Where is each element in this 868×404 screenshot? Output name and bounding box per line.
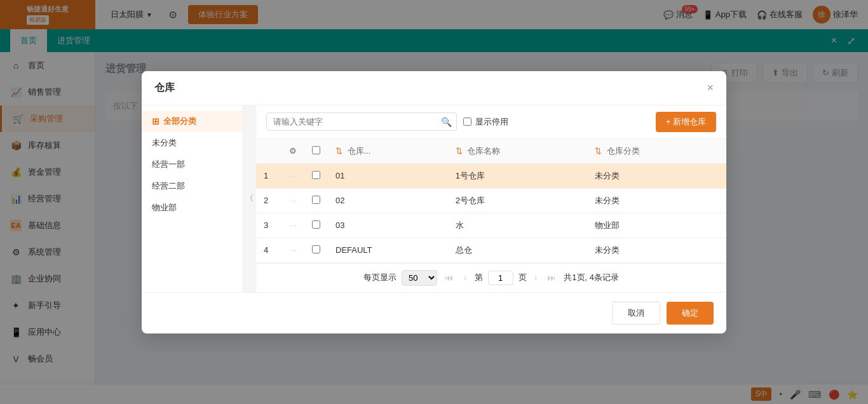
cat-item-all[interactable]: ⊞ 全部分类 — [142, 111, 243, 132]
first-page-button[interactable]: ⏮ — [442, 271, 456, 284]
next-page-button[interactable]: › — [532, 271, 540, 284]
col-checkbox-header: ⚙ — [281, 139, 304, 164]
page-summary: 共1页, 4条记录 — [564, 272, 619, 283]
row-name: 1号仓库 — [448, 163, 587, 188]
page-size-label: 每页显示 — [363, 272, 397, 283]
last-page-button[interactable]: ⏭ — [545, 271, 559, 284]
row-num: 1 — [256, 163, 281, 188]
row-num: 3 — [256, 213, 281, 238]
unclassified-label: 未分类 — [152, 137, 177, 149]
search-icon[interactable]: 🔍 — [441, 117, 452, 127]
all-categories-label: 全部分类 — [163, 116, 196, 127]
row-settings[interactable]: ··· — [281, 188, 304, 213]
modal-header: 仓库 × — [142, 71, 726, 105]
row-category: 物业部 — [587, 213, 726, 238]
add-warehouse-button[interactable]: + 新增仓库 — [656, 112, 716, 132]
prev-page-button[interactable]: ‹ — [461, 271, 470, 284]
row-checkbox[interactable] — [304, 238, 328, 262]
modal-close-button[interactable]: × — [707, 82, 714, 93]
row-code: 02 — [328, 188, 448, 213]
table-scroll: ⚙ ⇅ 仓库... ⇅ — [256, 139, 726, 263]
col-code-label: 仓库... — [348, 146, 371, 156]
row-category: 未分类 — [587, 188, 726, 213]
modal-overlay: 仓库 × ⊞ 全部分类 未分类 经营一部 经营二部 — [0, 0, 868, 404]
table-toolbar: 🔍 显示停用 + 新增仓库 — [256, 105, 726, 139]
cancel-button[interactable]: 取消 — [612, 302, 660, 325]
table-row[interactable]: 3 ··· 03 水 物业部 — [256, 213, 726, 238]
row-code: 01 — [328, 163, 448, 188]
sort-icon-name: ⇅ — [456, 146, 463, 156]
row-settings[interactable]: ··· — [281, 238, 304, 262]
property-label: 物业部 — [152, 202, 177, 213]
col-cb — [304, 139, 328, 164]
cat-item-unclassified[interactable]: 未分类 — [142, 132, 243, 154]
row-category: 未分类 — [587, 163, 726, 188]
page-size-select[interactable]: 50 10 20 100 — [402, 270, 437, 286]
warehouse-table: ⚙ ⇅ 仓库... ⇅ — [256, 139, 726, 263]
select-all-checkbox[interactable] — [312, 146, 320, 154]
row-checkbox[interactable] — [304, 163, 328, 188]
show-disabled-wrap: 显示停用 — [463, 116, 508, 128]
table-area: 🔍 显示停用 + 新增仓库 — [256, 105, 726, 292]
row-code: DEFAULT — [328, 238, 448, 262]
col-category-label: 仓库分类 — [607, 146, 640, 156]
dept2-label: 经营二部 — [152, 180, 185, 192]
modal-body: ⊞ 全部分类 未分类 经营一部 经营二部 物业部 《 — [142, 105, 726, 292]
row-checkbox[interactable] — [304, 213, 328, 238]
search-wrap: 🔍 — [266, 112, 457, 131]
cat-item-dept1[interactable]: 经营一部 — [142, 154, 243, 175]
dept1-label: 经营一部 — [152, 159, 185, 170]
row-code: 03 — [328, 213, 448, 238]
search-input[interactable] — [266, 112, 457, 131]
table-header-row: ⚙ ⇅ 仓库... ⇅ — [256, 139, 726, 164]
warehouse-modal: 仓库 × ⊞ 全部分类 未分类 经营一部 经营二部 — [142, 71, 726, 333]
row-settings[interactable]: ··· — [281, 213, 304, 238]
row-num: 4 — [256, 238, 281, 262]
page-label: 页 — [519, 272, 527, 283]
settings-col-icon[interactable]: ⚙ — [289, 146, 297, 156]
row-name: 2号仓库 — [448, 188, 587, 213]
row-name: 水 — [448, 213, 587, 238]
table-row[interactable]: 2 ··· 02 2号仓库 未分类 — [256, 188, 726, 213]
row-name: 总仓 — [448, 238, 587, 262]
sort-icon-category: ⇅ — [595, 146, 602, 156]
table-row[interactable]: 1 ··· 01 1号仓库 未分类 — [256, 163, 726, 188]
col-name-label: 仓库名称 — [467, 146, 500, 156]
col-code-header[interactable]: ⇅ 仓库... — [328, 139, 448, 164]
category-sidebar: ⊞ 全部分类 未分类 经营一部 经营二部 物业部 — [142, 105, 243, 292]
row-checkbox[interactable] — [304, 188, 328, 213]
modal-title: 仓库 — [154, 81, 175, 95]
page-number-input[interactable] — [488, 271, 513, 285]
confirm-button[interactable]: 确定 — [667, 302, 714, 325]
row-settings[interactable]: ··· — [281, 163, 304, 188]
sort-icon-code: ⇅ — [336, 146, 342, 156]
show-disabled-label: 显示停用 — [475, 116, 508, 128]
collapse-icon: 《 — [246, 193, 254, 204]
row-num: 2 — [256, 188, 281, 213]
row-category: 未分类 — [587, 238, 726, 262]
all-categories-icon: ⊞ — [152, 116, 159, 126]
show-disabled-checkbox[interactable] — [463, 118, 471, 126]
pagination: 每页显示 50 10 20 100 ⏮ ‹ 第 页 › ⏭ 共1页, 4条记录 — [256, 263, 726, 292]
col-category-header[interactable]: ⇅ 仓库分类 — [587, 139, 726, 164]
cat-item-property[interactable]: 物业部 — [142, 197, 243, 219]
modal-footer: 取消 确定 — [142, 292, 726, 333]
cat-item-dept2[interactable]: 经营二部 — [142, 175, 243, 197]
sidebar-collapse-button[interactable]: 《 — [243, 105, 256, 292]
table-row[interactable]: 4 ··· DEFAULT 总仓 未分类 — [256, 238, 726, 262]
page-num-label: 第 — [475, 272, 483, 283]
col-name-header[interactable]: ⇅ 仓库名称 — [448, 139, 587, 164]
col-num — [256, 139, 281, 164]
